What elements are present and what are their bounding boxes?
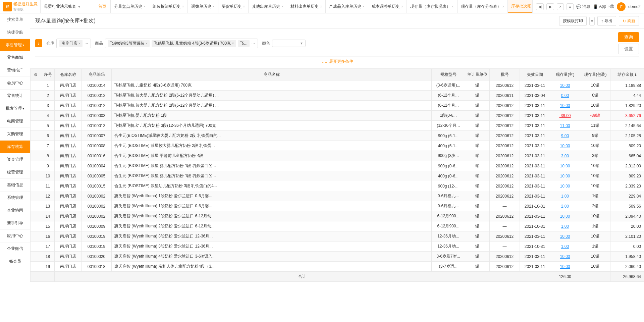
table-row: 18 南岸门店 00100020 惠氏启智 (Wyeth illuma) 4段奶… <box>31 252 644 262</box>
warehouse-input[interactable]: 南岸门店 × ··· <box>56 39 91 48</box>
tab-product-in[interactable]: 产成品入库单历史× <box>326 0 368 13</box>
nav-prev-btn[interactable]: ◀ <box>536 3 544 10</box>
cell-batch: 20200612 <box>490 252 520 262</box>
table-row: 16 南岸门店 00100019 惠氏启智 (Wyeth illuma) 3段奶… <box>31 231 644 241</box>
cell-stock-main[interactable]: 10.00 <box>550 262 580 272</box>
tab-close-8[interactable]: × <box>401 5 403 8</box>
cell-batch: 20200612 <box>490 151 520 161</box>
tab-cost-adjust[interactable]: 成本调整单历史× <box>368 0 407 13</box>
tab-batch-voucher[interactable]: 库存批次账× <box>508 0 532 13</box>
tab-disassembly[interactable]: 组装拆卸单历史× <box>149 0 188 13</box>
cell-no: 4 <box>41 111 55 121</box>
sidebar-item-member2[interactable]: 畅会员 <box>0 255 30 268</box>
color-input[interactable]: ▾ <box>272 40 306 47</box>
cell-stock-main[interactable]: 10.00 <box>550 141 580 151</box>
industry-selector[interactable]: 母婴行业演示账套 ▾ <box>41 0 94 13</box>
tab-requisition[interactable]: 要货单历史× <box>218 0 249 13</box>
cell-stock-main[interactable]: 0.00 <box>550 91 580 101</box>
cell-stock-main[interactable]: 10.00 <box>550 80 580 91</box>
cell-stock-pkg: 0罐 <box>580 91 610 101</box>
product-tag-1-remove[interactable]: × <box>146 41 148 45</box>
sidebar-quick-nav[interactable]: 快捷导航 <box>0 26 30 39</box>
cell-stock-main[interactable]: 10.00 <box>550 171 580 181</box>
product-input[interactable]: 飞鹤奶粉3段两罐装 × 飞鹤星飞帆 儿童奶粉 4段(3-6岁适用) 700克 ×… <box>105 39 258 48</box>
cell-stock-main[interactable]: 11.00 <box>550 121 580 131</box>
warehouse-dots[interactable]: ··· <box>85 41 88 46</box>
tab-close-7[interactable]: × <box>363 5 365 8</box>
expand-more-btn[interactable]: ⌄⌄ 展开更多条件 <box>35 56 639 66</box>
app-download-btn[interactable]: 📱 App下载 <box>593 4 614 9</box>
sidebar-item-retail-shop[interactable]: 零售商城 <box>0 51 30 64</box>
tab-other-out[interactable]: 其他出库单历史× <box>249 0 287 13</box>
cell-stock-main[interactable]: 1.00 <box>550 191 580 201</box>
warehouse-tag-remove[interactable]: × <box>78 41 80 45</box>
table-area: ⚙ 序号 仓库名称 商品编码 商品名称 规格型号 主计量单位 批号 失效日期 现… <box>30 69 644 322</box>
sidebar-item-member[interactable]: 会员中心 <box>0 77 30 90</box>
sidebar-item-enterprise[interactable]: 企业协同 <box>0 204 30 217</box>
nav-next-btn[interactable]: ▶ <box>546 3 554 10</box>
tab-close-1[interactable]: × <box>144 5 146 8</box>
cell-settings <box>31 201 41 211</box>
print-arrow[interactable]: ▾ <box>589 17 595 25</box>
tab-close-2[interactable]: × <box>182 5 184 8</box>
sidebar-item-marketing[interactable]: 营销推广 <box>0 64 30 77</box>
tab-close-3[interactable]: × <box>213 5 215 8</box>
sidebar-item-purchase[interactable]: 采购管理 <box>0 128 30 141</box>
tab-split-inventory[interactable]: 分量盘点单历史× <box>111 0 149 13</box>
cell-stock-main[interactable]: 10.00 <box>550 211 580 221</box>
cell-stock-main[interactable]: 10.00 <box>550 252 580 262</box>
nav-close-btn[interactable]: × <box>557 3 564 10</box>
sidebar-item-finance[interactable]: 资金管理 <box>0 153 30 166</box>
tab-close-9[interactable]: × <box>452 5 454 8</box>
cell-expire: 2021-03-11 <box>520 252 550 262</box>
sidebar-item-inventory[interactable]: 库存核算 <box>0 141 30 153</box>
col-settings-header[interactable]: ⚙ <box>31 69 41 80</box>
sidebar-item-app-center[interactable]: 应用中心 <box>0 230 30 243</box>
cell-stock-main[interactable]: 1.00 <box>550 241 580 252</box>
sidebar-item-base[interactable]: 基础信息 <box>0 179 30 192</box>
cell-stock-main[interactable]: 10.00 <box>550 161 580 171</box>
cell-stock-main[interactable]: 10.00 <box>550 181 580 191</box>
user-avatar[interactable]: E <box>617 2 626 11</box>
tab-stock-status[interactable]: 现存量（库存状况表）× <box>407 0 458 13</box>
message-btn[interactable]: 💬 消息 <box>576 4 590 9</box>
cell-product-code: 00100009 <box>82 221 112 231</box>
cell-stock-main[interactable]: 2.00 <box>550 201 580 211</box>
cell-no: 19 <box>41 262 55 272</box>
expand-filter-btn[interactable]: › <box>35 39 42 47</box>
tab-home[interactable]: 首页 <box>94 0 111 13</box>
sidebar-item-retail-mgmt[interactable]: 零售管理 ▾ <box>0 39 30 51</box>
tab-close-4[interactable]: × <box>243 5 245 8</box>
cell-stock-main[interactable]: 9.00 <box>550 131 580 141</box>
sidebar-item-enterprise-wechat[interactable]: 企业微信 <box>0 243 30 255</box>
cell-no: 2 <box>41 91 55 101</box>
product-dots[interactable]: ··· <box>252 41 255 46</box>
tab-adjust[interactable]: 调拨单历史× <box>188 0 218 13</box>
nav-menu-btn[interactable]: ≡ <box>567 3 574 10</box>
sidebar-item-ecommerce[interactable]: 电商管理 <box>0 115 30 128</box>
sidebar-search[interactable]: 搜索菜单 <box>0 13 30 26</box>
cell-expire: 2021-10-31 <box>520 221 550 231</box>
cell-warehouse: 南岸门店 <box>55 101 82 111</box>
cell-stock-main[interactable]: 10.00 <box>550 101 580 111</box>
cell-stock-main[interactable]: 1.00 <box>550 221 580 231</box>
tab-stock-dist[interactable]: 现存量（库存分布表）× <box>458 0 508 13</box>
sidebar-item-guide[interactable]: 新手引导 <box>0 217 30 230</box>
refresh-btn[interactable]: ↻ 刷新 <box>619 16 639 26</box>
settings-btn[interactable]: 设置 <box>618 44 639 54</box>
tab-close-6[interactable]: × <box>320 5 322 8</box>
cell-stock-main[interactable]: -39.00 <box>550 111 580 121</box>
tab-material-out[interactable]: 材料出库单历史× <box>287 0 326 13</box>
tab-close-10[interactable]: × <box>502 5 504 8</box>
sidebar-item-ops[interactable]: 经营管理 <box>0 166 30 179</box>
sidebar-item-wholesale[interactable]: 批发管理 ▾ <box>0 102 30 115</box>
export-btn[interactable]: ↑ 导出 <box>597 16 616 26</box>
sidebar-item-system[interactable]: 系统管理 <box>0 192 30 204</box>
product-tag-2-remove[interactable]: × <box>232 41 234 45</box>
cell-stock-main[interactable]: 3.00 <box>550 151 580 161</box>
sidebar-item-retail-stats[interactable]: 零售统计 <box>0 90 30 102</box>
print-btn[interactable]: 按模板打印 <box>559 16 587 26</box>
query-btn[interactable]: 查询 <box>618 32 639 42</box>
cell-stock-main[interactable]: 10.00 <box>550 231 580 241</box>
tab-close-5[interactable]: × <box>281 5 283 8</box>
